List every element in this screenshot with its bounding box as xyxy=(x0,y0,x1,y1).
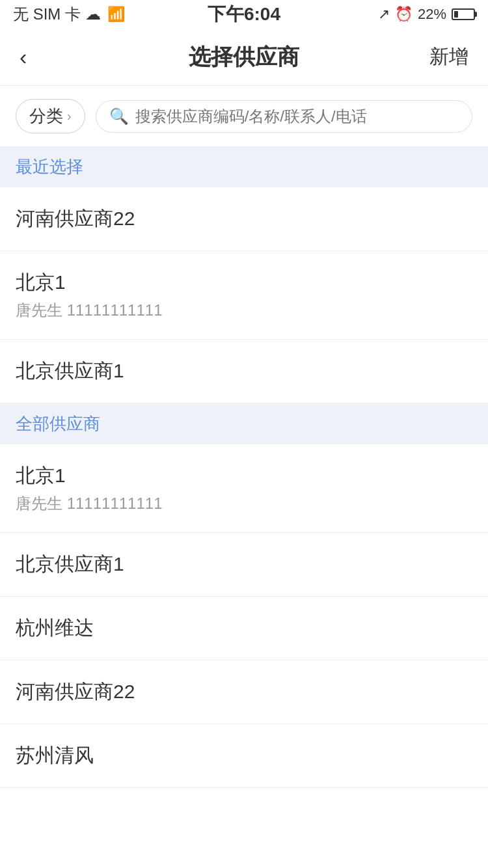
all-list: 北京1唐先生 11111111111北京供应商1杭州维达河南供应商22苏州清风 xyxy=(0,444,488,788)
recent-section-header: 最近选择 xyxy=(0,146,488,187)
nav-bar: ‹ 选择供应商 新增 xyxy=(0,29,488,86)
item-name: 苏州清风 xyxy=(16,742,472,769)
search-box[interactable]: 🔍 xyxy=(96,100,472,133)
category-filter[interactable]: 分类 › xyxy=(16,99,85,133)
item-name: 北京供应商1 xyxy=(16,551,472,578)
battery-icon xyxy=(452,8,475,20)
list-item[interactable]: 河南供应商22 xyxy=(0,187,488,251)
item-name: 河南供应商22 xyxy=(16,206,472,232)
add-button[interactable]: 新增 xyxy=(429,44,468,70)
battery-percent: 22% xyxy=(418,6,446,23)
list-item[interactable]: 北京1唐先生 11111111111 xyxy=(0,444,488,533)
status-left: 无 SIM 卡 ☁ 📶 xyxy=(13,4,125,25)
item-name: 河南供应商22 xyxy=(16,679,472,705)
item-name: 北京1 xyxy=(16,463,472,489)
chevron-right-icon: › xyxy=(67,109,72,124)
item-name: 杭州维达 xyxy=(16,615,472,642)
back-button[interactable]: ‹ xyxy=(20,44,59,70)
item-name: 北京1 xyxy=(16,269,472,296)
all-section-header: 全部供应商 xyxy=(0,403,488,444)
item-sub: 唐先生 11111111111 xyxy=(16,300,472,321)
list-item[interactable]: 杭州维达 xyxy=(0,597,488,660)
filter-bar: 分类 › 🔍 xyxy=(0,86,488,146)
item-sub: 唐先生 11111111111 xyxy=(16,493,472,514)
wifi-icon: 📶 xyxy=(107,6,125,23)
alarm-icon: ⏰ xyxy=(395,6,413,23)
search-icon: 🔍 xyxy=(109,107,129,126)
recent-list: 河南供应商22北京1唐先生 11111111111北京供应商1 xyxy=(0,187,488,403)
list-item[interactable]: 北京1唐先生 11111111111 xyxy=(0,251,488,340)
list-item[interactable]: 北京供应商1 xyxy=(0,533,488,597)
status-time: 下午6:04 xyxy=(208,2,280,27)
list-item[interactable]: 北京供应商1 xyxy=(0,340,488,403)
status-bar: 无 SIM 卡 ☁ 📶 下午6:04 ↗ ⏰ 22% xyxy=(0,0,488,29)
status-right: ↗ ⏰ 22% xyxy=(378,6,475,23)
page-title: 选择供应商 xyxy=(59,42,429,72)
search-input[interactable] xyxy=(135,107,459,126)
list-item[interactable]: 苏州清风 xyxy=(0,724,488,788)
item-name: 北京供应商1 xyxy=(16,358,472,385)
no-sim-text: 无 SIM 卡 ☁ xyxy=(13,4,101,25)
category-label: 分类 xyxy=(29,105,63,128)
direction-icon: ↗ xyxy=(378,6,390,23)
list-item[interactable]: 河南供应商22 xyxy=(0,660,488,724)
